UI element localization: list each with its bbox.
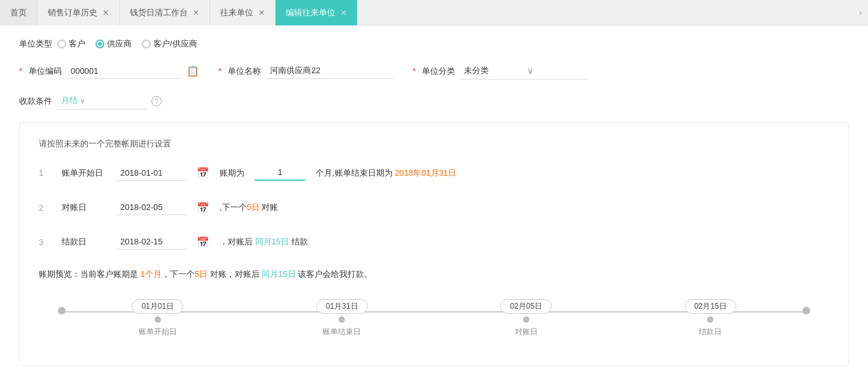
period-text-after: 个月,账单结束日期为 2018年01月31日 xyxy=(316,167,456,179)
tab-more-button[interactable]: › xyxy=(853,0,868,25)
timeline-points: 01月01日 账单开始日 01月31日 账单结束日 02月05日 xyxy=(58,299,810,337)
section-title: 请按照未来的一个完整帐期进行设置 xyxy=(39,138,829,150)
unit-name-field: * 单位名称 xyxy=(218,64,393,79)
radio-group-unit-type: 客户 供应商 客户/供应商 xyxy=(57,38,197,50)
unit-code-input[interactable] xyxy=(67,64,181,79)
period-text-before: 账期为 xyxy=(220,167,244,179)
tab-cash-daily[interactable]: 钱货日清工作台 ✕ xyxy=(120,0,210,25)
preview-highlight2: 5日 xyxy=(195,269,207,279)
tab-partner[interactable]: 往来单位 ✕ xyxy=(210,0,276,25)
payment-date-input[interactable] xyxy=(116,234,186,250)
radio-both[interactable]: 客户/供应商 xyxy=(142,38,197,50)
start-dot xyxy=(58,307,66,314)
radio-customer[interactable]: 客户 xyxy=(57,38,85,50)
timeline-node-4: 02月15日 结款日 xyxy=(619,299,803,337)
unit-name-input[interactable] xyxy=(266,64,393,79)
main-content: 单位类型 客户 供应商 客户/供应商 * 单位编码 xyxy=(0,25,868,387)
timeline-label-2: 账单结束日 xyxy=(323,327,361,337)
unit-type-label: 单位类型 xyxy=(19,38,52,50)
period-row-3: 3 结款日 📅 ，对账后 同月15日 结款 xyxy=(39,234,829,250)
unit-code-copy-icon[interactable]: 📋 xyxy=(186,65,199,77)
radio-customer-label: 客户 xyxy=(69,38,85,50)
timeline-node-3: 02月05日 对账日 xyxy=(434,299,619,337)
timeline-node-2: 01月31日 账单结束日 xyxy=(250,299,435,337)
tab-partner-close[interactable]: ✕ xyxy=(258,8,265,17)
timeline-badge-3: 02月05日 xyxy=(500,299,552,314)
payment-terms-value: 月结 xyxy=(61,95,78,106)
row-num-2: 2 xyxy=(39,203,52,213)
reconcile-text: ,下一个5日 对账 xyxy=(220,202,278,213)
unit-category-label: 单位分类 xyxy=(422,66,455,77)
reconcile-date-cal-icon[interactable]: 📅 xyxy=(197,202,209,214)
unit-type-row: 单位类型 客户 供应商 客户/供应商 xyxy=(19,38,849,50)
tab-edit-partner-close[interactable]: ✕ xyxy=(340,8,347,17)
row-num-1: 1 xyxy=(39,168,52,178)
radio-supplier-circle xyxy=(95,39,104,48)
timeline-badge-4: 02月15日 xyxy=(685,299,736,314)
unit-category-star: * xyxy=(412,66,416,76)
start-date-cal-icon[interactable]: 📅 xyxy=(197,167,209,179)
tab-edit-partner[interactable]: 编辑往来单位 ✕ xyxy=(276,0,358,25)
reconcile-day-highlight: 5日 xyxy=(247,202,260,212)
timeline-label-3: 对账日 xyxy=(515,327,538,337)
payment-text: ，对账后 同月15日 结款 xyxy=(220,236,308,248)
preview-suffix: 该客户会给我打款。 xyxy=(296,269,373,279)
preview-section: 账期预览：当前客户账期是 1个月，下一个5日 对账，对账后 同月15日 该客户会… xyxy=(39,256,829,350)
period-row-1: 1 账单开始日 📅 账期为 个月,账单结束日期为 2018年01月31日 xyxy=(39,165,829,181)
preview-prefix: 账期预览：当前客户账期是 xyxy=(39,269,141,279)
unit-category-value: 未分类 xyxy=(464,65,489,76)
reconcile-date-input[interactable] xyxy=(116,200,186,215)
row-label-1: 账单开始日 xyxy=(62,167,106,179)
unit-code-label: 单位编码 xyxy=(29,66,62,77)
tab-home[interactable]: 首页 xyxy=(0,0,38,25)
tab-home-label: 首页 xyxy=(10,7,27,18)
unit-name-star: * xyxy=(218,66,221,76)
timeline-container: 01月01日 账单开始日 01月31日 账单结束日 02月05日 xyxy=(39,299,829,337)
radio-both-label: 客户/供应商 xyxy=(153,38,197,50)
timeline-dot-2 xyxy=(339,316,345,323)
radio-supplier[interactable]: 供应商 xyxy=(95,38,132,50)
unit-code-field: * 单位编码 📋 xyxy=(19,64,199,79)
timeline-node-1: 01月01日 账单开始日 xyxy=(66,299,250,337)
preview-highlight3: 同月15日 xyxy=(262,269,295,279)
unit-category-select[interactable]: 未分类 ∨ xyxy=(460,62,587,80)
tab-edit-partner-label: 编辑往来单位 xyxy=(286,7,335,18)
unit-category-field: * 单位分类 未分类 ∨ xyxy=(412,62,587,80)
tab-bar: 首页 销售订单历史 ✕ 钱货日清工作台 ✕ 往来单位 ✕ 编辑往来单位 ✕ › xyxy=(0,0,868,25)
unit-info-row: * 单位编码 📋 * 单位名称 * 单位分类 未分类 ∨ xyxy=(19,62,849,80)
tab-sales-history-label: 销售订单历史 xyxy=(48,7,97,18)
unit-name-label: 单位名称 xyxy=(228,66,261,77)
payment-terms-field: 收款条件 月结 ∨ ? xyxy=(19,92,162,109)
period-end-date: 2018年01月31日 xyxy=(395,168,456,178)
tab-sales-history-close[interactable]: ✕ xyxy=(102,8,109,17)
payment-terms-select[interactable]: 月结 ∨ xyxy=(57,92,146,109)
radio-supplier-label: 供应商 xyxy=(107,38,132,50)
timeline-dot-3 xyxy=(523,316,529,323)
period-section: 请按照未来的一个完整帐期进行设置 1 账单开始日 📅 账期为 个月,账单结束日期… xyxy=(19,122,849,366)
timeline-dot-1 xyxy=(155,316,161,323)
payment-day-highlight: 同月15日 xyxy=(255,237,289,246)
timeline-badge-1: 01月01日 xyxy=(132,299,183,314)
preview-text: 账期预览：当前客户账期是 1个月，下一个5日 对账，对账后 同月15日 该客户会… xyxy=(39,269,829,280)
timeline-label-4: 结款日 xyxy=(699,327,722,337)
tab-cash-daily-close[interactable]: ✕ xyxy=(193,8,199,17)
timeline-start-dot xyxy=(58,307,66,314)
help-icon[interactable]: ? xyxy=(151,96,162,106)
unit-type-field: 单位类型 客户 供应商 客户/供应商 xyxy=(19,38,197,50)
tab-partner-label: 往来单位 xyxy=(220,7,253,18)
end-dot xyxy=(802,307,810,314)
payment-terms-arrow: ∨ xyxy=(80,97,85,105)
tab-cash-daily-label: 钱货日清工作台 xyxy=(130,7,188,18)
preview-middle2: 对账，对账后 xyxy=(207,269,262,279)
radio-customer-circle xyxy=(57,39,66,48)
timeline-end-dot xyxy=(802,307,810,314)
radio-both-circle xyxy=(142,39,151,48)
tab-sales-history[interactable]: 销售订单历史 ✕ xyxy=(38,0,120,25)
timeline-dot-4 xyxy=(707,316,713,323)
payment-date-cal-icon[interactable]: 📅 xyxy=(197,236,209,248)
unit-code-star: * xyxy=(19,66,22,76)
start-date-input[interactable] xyxy=(116,165,186,181)
row-label-3: 结款日 xyxy=(62,236,106,248)
payment-terms-row: 收款条件 月结 ∨ ? xyxy=(19,92,849,109)
period-months-input[interactable] xyxy=(255,165,305,181)
